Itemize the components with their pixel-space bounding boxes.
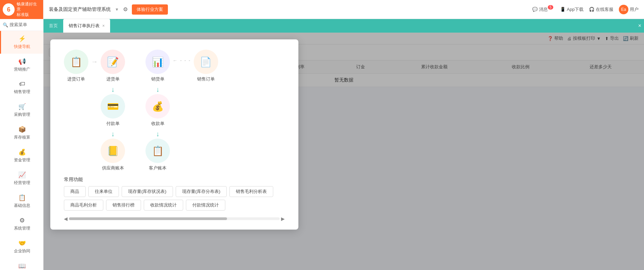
sales-order-icon: 📄 [194, 50, 218, 74]
payment-bill-label: 付款单 [106, 121, 120, 127]
purchase-order-icon: 📋 [64, 50, 88, 74]
operations-icon: 📈 [18, 171, 26, 179]
purchase-bill-icon: 📝 [101, 50, 125, 74]
supplier-ledger-icon: 📒 [101, 139, 125, 163]
marketing-icon: 📢 [18, 58, 26, 65]
logo-icon: 6 [3, 3, 15, 16]
tab-bar: 首页 销售订单执行表 × × [43, 19, 644, 33]
sidebar-item-purchase[interactable]: 🛒采购管理 [0, 99, 43, 122]
sidebar-item-sales[interactable]: 🏷销售管理 [0, 76, 43, 99]
purchase-order-label: 进货订单 [67, 76, 85, 82]
customer-ledger-icon: 📋 [145, 139, 170, 163]
message-badge: 5 [548, 5, 553, 10]
customer-ledger-label: 客户账本 [149, 165, 167, 171]
flow-node-purchase-bill[interactable]: 📝 进货单 [101, 50, 125, 82]
sales-bill-icon: 📊 [145, 50, 170, 74]
user-menu[interactable]: Ea 用户 [619, 5, 639, 14]
flow-node-customer-ledger[interactable]: 📋 客户账本 [145, 139, 170, 171]
service-icon: 🎧 [589, 7, 594, 12]
avatar: Ea [619, 5, 628, 14]
tab-sales-execution[interactable]: 销售订单执行表 × [63, 19, 110, 33]
system-icon: ⚙ [19, 217, 25, 224]
dropdown-icon[interactable]: ▼ [115, 7, 119, 12]
sidebar-item-system[interactable]: ⚙系统管理 [0, 213, 43, 235]
common-functions-title: 常用功能 [64, 177, 285, 183]
header-right: 💬 消息 5 📱 App下载 🎧 在线客服 Ea 用户 [532, 5, 639, 14]
enterprise-icon: 🤝 [18, 239, 26, 247]
arrow-purchase-bill-down: ↓ [101, 86, 125, 93]
quick-nav-modal: 📋 进货订单 → 📝 进货单 ↓ [50, 39, 298, 230]
header: 装备及固定资产辅助管理系统 ▼ ⚙ 体验行业方案 💬 消息 5 📱 App下载 … [43, 0, 644, 19]
app-download-btn[interactable]: 📱 App下载 [560, 6, 584, 13]
receipt-bill-label: 收款单 [151, 121, 164, 127]
sales-icon: 🏷 [19, 80, 25, 88]
trial-btn[interactable]: 体验行业方案 [132, 4, 168, 15]
sidebar-item-operations[interactable]: 📈经营管理 [0, 167, 43, 190]
message-icon: 💬 [532, 7, 538, 12]
common-btn-付款情况统计[interactable]: 付款情况统计 [186, 200, 225, 211]
newbie-icon: 📖 [18, 262, 26, 270]
flow-node-sales-bill[interactable]: 📊 销货单 [145, 50, 170, 82]
common-btn-销售排行榜[interactable]: 销售排行榜 [106, 200, 141, 211]
sidebar-search[interactable]: 🔍 搜索菜单 [0, 19, 43, 31]
gear-icon[interactable]: ⚙ [123, 6, 128, 13]
sidebar: 6 畅康通好生意 标准版 🔍 搜索菜单 ⚡快捷导航📢营销推广🏷销售管理🛒采购管理… [0, 0, 43, 270]
common-btn-商品毛利分析[interactable]: 商品毛利分析 [64, 200, 103, 211]
scrollbar-thumb[interactable] [69, 217, 227, 220]
basic-info-icon: 📋 [18, 194, 26, 201]
common-btn-往来单位[interactable]: 往来单位 [88, 186, 119, 197]
sidebar-item-marketing[interactable]: 📢营销推广 [0, 54, 43, 76]
scroll-right-arrow[interactable]: ▶ [281, 216, 285, 221]
tab-close-icon[interactable]: × [102, 23, 105, 28]
arrow-payment-bill-down: ↓ [101, 130, 125, 138]
tab-home[interactable]: 首页 [43, 19, 63, 33]
purchase-icon: 🛒 [18, 103, 26, 110]
tab-close-all-icon[interactable]: × [638, 23, 641, 29]
common-btn-商品[interactable]: 商品 [64, 186, 86, 197]
sidebar-item-basic-info[interactable]: 📋基础信息 [0, 190, 43, 213]
modal-overlay[interactable]: 📋 进货订单 → 📝 进货单 ↓ [43, 33, 644, 270]
common-functions-section: 常用功能 商品往来单位现存量(库存状况表)现存量(库存分布表)销售毛利分析表商品… [64, 177, 285, 211]
system-title: 装备及固定资产辅助管理系统 [49, 6, 111, 13]
sidebar-item-inventory[interactable]: 📦库存核算 [0, 122, 43, 144]
flow-diagram: 📋 进货订单 → 📝 进货单 ↓ [64, 50, 285, 174]
flow-node-receipt-bill[interactable]: 💰 收款单 [145, 94, 170, 127]
online-service-btn[interactable]: 🎧 在线客服 [589, 6, 613, 13]
scroll-left-arrow[interactable]: ◀ [64, 216, 68, 221]
arrow-sales-bill-down: ↓ [145, 86, 170, 93]
receipt-bill-icon: 💰 [145, 94, 170, 119]
quick-nav-icon: ⚡ [18, 35, 26, 42]
sidebar-item-quick-nav[interactable]: ⚡快捷导航 [0, 31, 43, 54]
supplier-ledger-label: 供应商账本 [102, 165, 124, 171]
sidebar-logo: 6 畅康通好生意 标准版 [0, 0, 43, 19]
sidebar-nav: ⚡快捷导航📢营销推广🏷销售管理🛒采购管理📦库存核算💰资金管理📈经营管理📋基础信息… [0, 31, 43, 270]
finance-icon: 💰 [18, 148, 26, 156]
common-btn-现存量(库存分布表)[interactable]: 现存量(库存分布表) [176, 186, 227, 197]
sidebar-item-finance[interactable]: 💰资金管理 [0, 144, 43, 167]
purchase-bill-label: 进货单 [106, 76, 120, 82]
inventory-icon: 📦 [18, 126, 26, 133]
common-functions-buttons: 商品往来单位现存量(库存状况表)现存量(库存分布表)销售毛利分析表商品毛利分析销… [64, 186, 285, 211]
flow-node-purchase-order[interactable]: 📋 进货订单 [64, 50, 88, 82]
flow-node-supplier-ledger[interactable]: 📒 供应商账本 [101, 139, 125, 171]
common-btn-销售毛利分析表[interactable]: 销售毛利分析表 [229, 186, 273, 197]
flow-node-payment-bill[interactable]: 💳 付款单 [101, 94, 125, 127]
logo-text: 畅康通好生意 标准版 [17, 2, 40, 18]
sidebar-item-newbie[interactable]: 📖新手引导 [0, 258, 43, 270]
payment-bill-icon: 💳 [101, 94, 125, 119]
sales-bill-label: 销货单 [151, 76, 164, 82]
common-btn-现存量(库存状况表)[interactable]: 现存量(库存状况表) [122, 186, 173, 197]
sidebar-item-enterprise[interactable]: 🤝企业协同 [0, 235, 43, 258]
sales-order-label: 销售订单 [197, 76, 215, 82]
arrow-sales-order-to-bill: ← - - - [170, 58, 194, 63]
arrow-receipt-bill-down: ↓ [145, 130, 170, 138]
modal-scrollbar-container: ◀ ▶ [64, 216, 285, 221]
flow-node-sales-order[interactable]: 📄 销售订单 [194, 50, 218, 82]
modal-scrollbar[interactable] [69, 217, 280, 220]
common-btn-收款情况统计[interactable]: 收款情况统计 [144, 200, 183, 211]
download-icon: 📱 [560, 7, 565, 12]
message-btn[interactable]: 💬 消息 5 [532, 6, 555, 13]
arrow-purchase-order-to-bill: → [88, 58, 101, 66]
search-icon: 🔍 [3, 22, 8, 28]
